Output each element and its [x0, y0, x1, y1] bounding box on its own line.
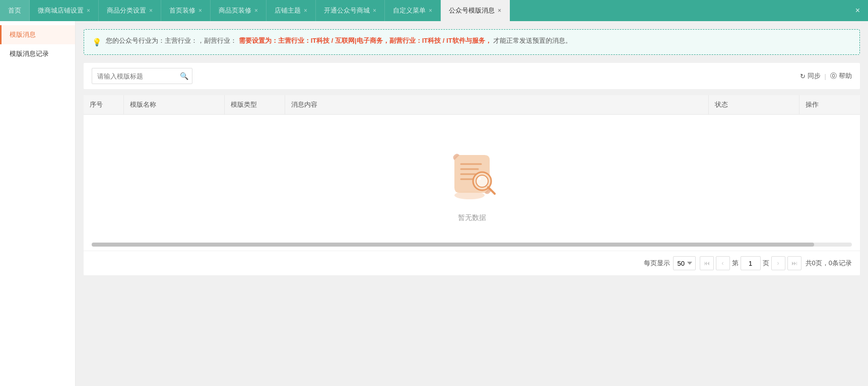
close-tab-store-settings[interactable]: × — [87, 7, 90, 14]
search-bar: 🔍 ↻ 同步 | ⓪ 帮助 — [84, 63, 860, 89]
tab-product-decor[interactable]: 商品页装修 × — [211, 0, 266, 21]
page-input[interactable] — [741, 256, 761, 270]
tab-store-theme[interactable]: 店铺主题 × — [266, 0, 316, 21]
col-template-name: 模版名称 — [124, 95, 225, 114]
table-header: 序号 模版名称 模版类型 消息内容 状态 操作 — [84, 95, 860, 115]
col-message-content: 消息内容 — [285, 95, 709, 114]
col-operation: 操作 — [799, 95, 860, 114]
scrollbar-row — [84, 243, 860, 251]
prev-page-btn[interactable]: ‹ — [716, 256, 730, 270]
close-tab-template[interactable]: × — [498, 7, 501, 14]
tab-open-wechat-mall[interactable]: 开通公众号商城 × — [316, 0, 385, 21]
per-page-wrapper: 每页显示 50 20 10 — [644, 256, 696, 270]
first-page-btn[interactable]: ⏮ — [700, 256, 714, 270]
search-button[interactable]: 🔍 — [180, 72, 188, 80]
close-tab-product[interactable]: × — [254, 7, 258, 14]
sidebar: 模版消息 模版消息记录 — [0, 21, 76, 386]
tab-category-settings[interactable]: 商品分类设置 × — [99, 0, 161, 21]
divider: | — [825, 72, 826, 80]
last-page-btn[interactable]: ⏭ — [787, 256, 802, 270]
search-input-wrapper: 🔍 — [92, 68, 192, 84]
table-wrapper: 序号 模版名称 模版类型 消息内容 状态 操作 — [84, 95, 860, 275]
next-page-btn[interactable]: › — [771, 256, 785, 270]
col-template-type: 模版类型 — [225, 95, 285, 114]
sync-icon: ↻ — [800, 72, 806, 80]
fake-scrollbar — [92, 243, 852, 247]
close-all-tabs[interactable]: × — [847, 0, 868, 21]
pagination: 每页显示 50 20 10 ⏮ ‹ 第 页 › ⏭ 共0页，0条记录 — [84, 251, 860, 275]
close-tab-category[interactable]: × — [149, 7, 153, 14]
help-icon: ⓪ — [830, 71, 837, 81]
sidebar-item-template-message-log[interactable]: 模版消息记录 — [0, 44, 75, 63]
svg-point-8 — [478, 177, 481, 180]
close-tab-wechat-mall[interactable]: × — [373, 7, 376, 14]
page-label-before: 第 — [732, 259, 739, 268]
search-right: ↻ 同步 | ⓪ 帮助 — [800, 71, 852, 81]
svg-point-6 — [476, 175, 488, 187]
scrollbar-thumb — [92, 243, 814, 247]
top-nav: 首页 微商城店铺设置 × 商品分类设置 × 首页装修 × 商品页装修 × 店铺主… — [0, 0, 868, 21]
search-left: 🔍 — [92, 68, 192, 84]
help-button[interactable]: ⓪ 帮助 — [830, 71, 852, 81]
tab-homepage-decor[interactable]: 首页装修 × — [161, 0, 211, 21]
tab-store-settings[interactable]: 微商城店铺设置 × — [30, 0, 99, 21]
empty-illustration — [442, 145, 502, 205]
col-status: 状态 — [709, 95, 799, 114]
per-page-label: 每页显示 — [644, 259, 670, 268]
sync-button[interactable]: ↻ 同步 — [800, 71, 821, 81]
notice-text: 您的公众号行业为：主营行业：，副营行业： 需要设置为：主营行业：IT科技 / 互… — [106, 36, 572, 46]
content-area: 💡 您的公众号行业为：主营行业：，副营行业： 需要设置为：主营行业：IT科技 /… — [76, 21, 868, 386]
search-input[interactable] — [92, 68, 192, 84]
main-layout: 模版消息 模版消息记录 💡 您的公众号行业为：主营行业：，副营行业： 需要设置为… — [0, 21, 868, 386]
page-size-select[interactable]: 50 20 10 — [673, 256, 696, 270]
tab-custom-menu[interactable]: 自定义菜单 × — [385, 0, 441, 21]
tab-template-message[interactable]: 公众号模版消息 × — [441, 0, 510, 21]
sidebar-item-template-message[interactable]: 模版消息 — [0, 25, 75, 44]
pagination-nav: ⏮ ‹ 第 页 › ⏭ — [700, 256, 802, 270]
empty-state: 暂无数据 — [84, 115, 860, 243]
col-index: 序号 — [84, 95, 124, 114]
empty-text: 暂无数据 — [458, 213, 486, 222]
close-tab-theme[interactable]: × — [304, 7, 307, 14]
bulb-icon: 💡 — [92, 36, 102, 48]
close-tab-custom-menu[interactable]: × — [429, 7, 432, 14]
page-label: 页 — [763, 259, 769, 268]
close-tab-homepage[interactable]: × — [198, 7, 202, 14]
notice-banner: 💡 您的公众号行业为：主营行业：，副营行业： 需要设置为：主营行业：IT科技 /… — [84, 29, 860, 55]
total-info: 共0页，0条记录 — [806, 259, 852, 268]
tab-home[interactable]: 首页 — [0, 0, 30, 21]
